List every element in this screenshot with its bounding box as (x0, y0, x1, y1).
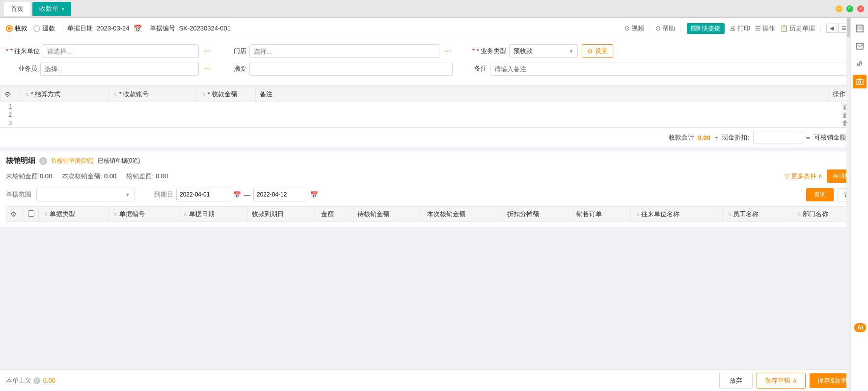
doc-number-col: ⇅ 单据编号 (108, 207, 178, 222)
employee-more-icon[interactable]: ··· (202, 64, 212, 73)
note-input[interactable] (490, 62, 862, 76)
radio-receipt-circle (6, 25, 13, 32)
form-area: * 往来单位 ··· 门店 ··· * 业务类型 预收款 ▼ ⚙ 设置 (0, 39, 868, 86)
sort-doc-type: ⇅ (44, 212, 48, 217)
partner-more-icon[interactable]: ··· (202, 47, 212, 56)
scrollbar-thumb[interactable] (847, 18, 850, 37)
discount-input[interactable] (753, 132, 802, 143)
employee-input[interactable] (40, 62, 199, 76)
account-cell-2[interactable] (108, 111, 197, 119)
video-icon: ⊙ (624, 25, 630, 32)
business-type-select[interactable]: 预收款 ▼ (509, 44, 578, 58)
note-col: 备注 (256, 87, 829, 102)
right-sidebar: Ai (850, 18, 868, 391)
table-row: 3 🗑 ⧉ (0, 119, 868, 127)
minimize-button[interactable]: − (836, 5, 842, 12)
ai-badge[interactable]: Ai (854, 323, 866, 332)
due-end-input[interactable] (253, 188, 307, 201)
scope-chevron-icon: ▼ (125, 192, 130, 197)
query-button[interactable]: 查询 (806, 188, 834, 201)
tab-current[interactable]: 收款单 × (32, 2, 71, 16)
info-help-icon[interactable]: ? (33, 377, 40, 384)
toolbar: 收款 退款 单据日期 2023-03-24 📅 单据编号 SK-20230324… (0, 18, 868, 39)
table-settings-icon[interactable]: ⚙ (4, 90, 11, 98)
note-cell-2[interactable] (256, 111, 829, 119)
current-amount-col: 本次核销金额 (423, 207, 503, 222)
row-num-1: 1 (0, 102, 20, 111)
settings-button[interactable]: ⚙ 设置 (582, 44, 613, 58)
store-input[interactable] (249, 44, 439, 58)
row-num-3: 3 (0, 119, 20, 127)
abandon-button[interactable]: 放弃 (719, 373, 753, 389)
view-list-btn[interactable]: ◀ (826, 24, 837, 33)
table-header: ⚙ ⇅ * 结算方式 ⇅ * 收款账号 ⇅ * 收款金额 备注 操作 (0, 87, 868, 102)
amount-cell-1[interactable] (197, 102, 256, 111)
print-action[interactable]: 🖨 打印 (730, 24, 750, 33)
account-cell-3[interactable] (108, 119, 197, 127)
close-button[interactable]: × (857, 5, 864, 12)
payment-method-cell-1[interactable] (20, 102, 108, 111)
video-action[interactable]: ⊙ 视频 (624, 24, 644, 33)
bottom-table-settings-icon[interactable]: ⚙ (10, 210, 17, 218)
calendar-icon[interactable]: 📅 (134, 25, 142, 32)
checkbox-col (24, 207, 39, 222)
shortcut-action[interactable]: ⌨ 快捷键 (687, 23, 725, 34)
partner-input[interactable] (43, 44, 198, 58)
help-action[interactable]: ⊙ 帮助 (655, 24, 675, 33)
sidebar-table-icon[interactable] (853, 22, 867, 35)
more-filter-btn[interactable]: ▽ 更多条件 ∧ (785, 172, 823, 181)
history-action[interactable]: 📋 历史单据 (780, 24, 815, 33)
store-field: 门店 ··· (232, 44, 453, 58)
sidebar-mail-icon[interactable] (853, 39, 867, 53)
business-type-chevron-icon: ▼ (569, 49, 573, 54)
business-type-value: 预收款 (514, 47, 533, 56)
form-row-1: * 往来单位 ··· 门店 ··· * 业务类型 预收款 ▼ ⚙ 设置 (6, 44, 862, 58)
radio-refund[interactable]: 退款 (33, 24, 55, 33)
svg-rect-0 (856, 25, 863, 32)
store-more-icon[interactable]: ··· (442, 47, 453, 56)
save-draft-button[interactable]: 保存草稿 ∧ (757, 373, 806, 389)
summary-label: 摘要 (232, 64, 246, 73)
pending-tab[interactable]: 待核销单据(0笔) (51, 157, 94, 165)
calendar-end-icon[interactable]: 📅 (310, 191, 318, 198)
number-value: SK-20230324-001 (179, 25, 231, 32)
sidebar-link-icon[interactable] (853, 57, 867, 71)
discount-col: 折扣分摊额 (503, 207, 572, 222)
partner-field: * 往来单位 ··· (6, 44, 212, 58)
payment-method-cell-3[interactable] (20, 119, 108, 127)
summary-input[interactable] (249, 62, 453, 76)
info-icon[interactable]: i (39, 157, 47, 165)
select-all-checkbox[interactable] (28, 210, 34, 217)
print-icon: 🖨 (730, 25, 736, 32)
scrollbar-track[interactable] (846, 18, 850, 391)
date-label: 单据日期 (67, 24, 93, 33)
radio-receipt[interactable]: 收款 (6, 24, 27, 33)
tab-close-icon[interactable]: × (61, 2, 64, 16)
tab-home[interactable]: 首页 (4, 2, 30, 16)
bottom-info: 本单上欠 ? 0.00 (6, 376, 55, 385)
amount-cell-3[interactable] (197, 119, 256, 127)
completed-tab[interactable]: 已核销单据(0笔) (98, 157, 140, 165)
due-start-input[interactable] (176, 188, 230, 201)
account-cell-1[interactable] (108, 102, 197, 111)
calendar-start-icon[interactable]: 📅 (233, 191, 241, 198)
note-cell-1[interactable] (256, 102, 829, 111)
payment-method-cell-2[interactable] (20, 111, 108, 119)
business-type-label: * 业务类型 (472, 47, 506, 56)
radio-receipt-label: 收款 (15, 24, 27, 33)
draft-chevron-icon: ∧ (792, 377, 797, 384)
maximize-button[interactable]: □ (846, 5, 853, 12)
sort-icon: ⇅ (25, 92, 29, 97)
stats-row: 未核销金额 0.00 本次核销金额: 0.00 核销差额: 0.00 ▽ 更多条… (6, 169, 862, 183)
note-cell-3[interactable] (256, 119, 829, 127)
sort-partner: ⇅ (636, 212, 640, 217)
chevron-up-icon: ∧ (818, 172, 823, 180)
operation-action[interactable]: ☰ 操作 (755, 24, 775, 33)
svg-rect-4 (856, 80, 863, 84)
sidebar-camera-icon[interactable] (853, 75, 867, 88)
bottom-info-value: 0.00 (43, 377, 55, 384)
plus-sign: + (714, 134, 718, 141)
bottom-bar: 本单上欠 ? 0.00 放弃 保存草稿 ∧ 保存&新增 ∧ (0, 369, 868, 391)
scope-select[interactable]: ▼ (36, 188, 135, 201)
amount-cell-2[interactable] (197, 111, 256, 119)
